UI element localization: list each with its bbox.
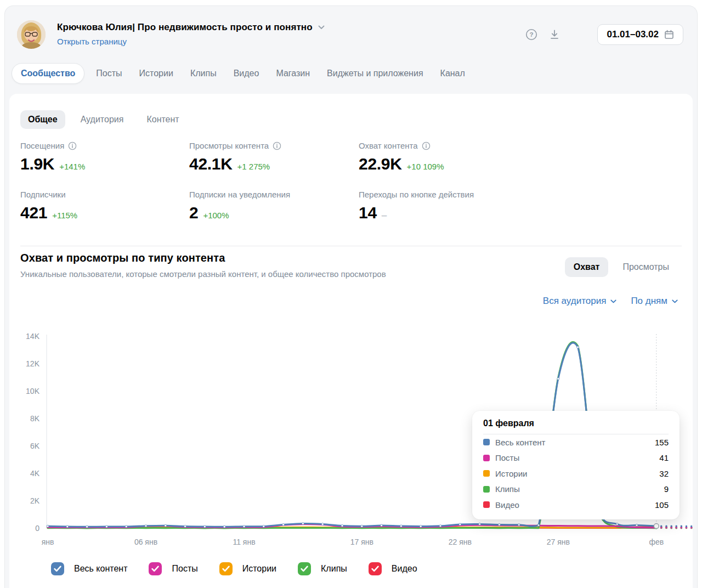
tab-community[interactable]: Сообщество: [12, 63, 84, 84]
open-page-link[interactable]: Открыть страницу: [57, 37, 127, 46]
hovered-point[interactable]: [654, 524, 659, 529]
data-point[interactable]: [616, 523, 618, 525]
data-point[interactable]: [203, 525, 206, 528]
legend-item-video[interactable]: Видео: [369, 562, 417, 575]
data-point[interactable]: [302, 523, 304, 525]
date-range-picker[interactable]: 01.01–03.02: [597, 24, 683, 45]
series-label: Весь контент: [495, 438, 649, 447]
tab-widgets-apps[interactable]: Виджеты и приложения: [321, 64, 428, 83]
toggle-views[interactable]: Просмотры: [614, 257, 678, 277]
content-card: Общее Аудитория Контент Посещения 1.9K+1…: [9, 94, 693, 588]
stat-value: 2: [189, 203, 198, 222]
community-title-row[interactable]: Крючкова Юлия| Про недвижимость просто и…: [57, 22, 325, 33]
x-axis-label: 27 янв: [547, 538, 570, 546]
x-axis-label: янв: [42, 538, 54, 546]
audience-filter-dropdown[interactable]: Вся аудитория: [543, 296, 617, 307]
data-point[interactable]: [400, 525, 402, 527]
checked-checkbox[interactable]: [369, 562, 382, 575]
data-point[interactable]: [557, 378, 559, 380]
info-icon[interactable]: [273, 142, 281, 150]
data-point[interactable]: [223, 525, 225, 528]
data-point[interactable]: [341, 525, 343, 527]
y-axis-label: 4K: [30, 469, 40, 478]
legend-item-posts[interactable]: Посты: [149, 562, 197, 575]
data-point[interactable]: [361, 525, 363, 527]
data-point[interactable]: [145, 525, 147, 527]
stat-label: Подписчики: [20, 190, 66, 199]
subtab-general[interactable]: Общее: [20, 110, 65, 129]
tab-posts[interactable]: Посты: [90, 64, 127, 83]
reach-views-toggle: Охват Просмотры: [565, 257, 678, 277]
data-point[interactable]: [66, 525, 69, 528]
section-subtitle: Уникальные пользователи, которые смотрел…: [20, 269, 386, 279]
stat-label: Охват контента: [359, 141, 418, 150]
tab-channel[interactable]: Канал: [435, 64, 471, 83]
stat-value: 421: [20, 203, 47, 222]
legend-item-stories[interactable]: Истории: [219, 562, 276, 575]
data-point[interactable]: [105, 525, 107, 528]
chart-filters: Вся аудитория По дням: [543, 296, 678, 307]
tooltip-row: Весь контент 155: [483, 434, 669, 450]
check-icon: [54, 566, 61, 572]
section-title: Охват и просмотры по типу контента: [20, 252, 225, 264]
checked-checkbox[interactable]: [149, 562, 162, 575]
data-point[interactable]: [47, 525, 49, 527]
check-icon: [151, 566, 159, 572]
data-point[interactable]: [537, 524, 540, 527]
series-value: 32: [659, 469, 669, 478]
chevron-down-icon: [672, 299, 678, 303]
avatar[interactable]: [17, 20, 46, 49]
checked-checkbox[interactable]: [51, 562, 64, 575]
data-point[interactable]: [263, 525, 265, 528]
chart-tooltip: 01 февраля Весь контент 155 Посты 41 Ист…: [472, 411, 680, 519]
tab-clips[interactable]: Клипы: [185, 64, 222, 83]
data-point[interactable]: [86, 525, 88, 528]
legend-label: Весь контент: [74, 564, 127, 574]
data-point[interactable]: [518, 524, 520, 526]
period-filter-dropdown[interactable]: По дням: [631, 296, 678, 307]
data-point[interactable]: [282, 524, 285, 526]
data-point[interactable]: [125, 525, 127, 528]
legend-item-all-content[interactable]: Весь контент: [51, 562, 127, 575]
stat-value: 42.1K: [189, 155, 233, 173]
data-point[interactable]: [479, 523, 481, 525]
checked-checkbox[interactable]: [298, 562, 311, 575]
legend-item-clips[interactable]: Клипы: [298, 562, 347, 575]
data-point[interactable]: [321, 523, 324, 525]
stat-content-views: Просмотры контента 42.1K+1 275%: [189, 141, 281, 173]
data-point[interactable]: [439, 525, 441, 527]
statistics-panel: Крючкова Юлия| Про недвижимость просто и…: [4, 5, 698, 588]
checked-checkbox[interactable]: [219, 562, 233, 575]
stat-delta: +1 275%: [237, 162, 270, 171]
data-point[interactable]: [577, 346, 579, 348]
stat-delta: –: [382, 210, 387, 221]
info-icon[interactable]: [68, 142, 77, 150]
y-axis-label: 6K: [30, 442, 40, 450]
toggle-reach[interactable]: Охват: [565, 257, 609, 277]
data-point[interactable]: [636, 524, 638, 527]
stat-value: 1.9K: [20, 155, 54, 173]
tooltip-row: Клипы 9: [483, 482, 669, 497]
data-point[interactable]: [420, 525, 422, 528]
stat-delta: +10 109%: [407, 162, 444, 171]
data-point[interactable]: [498, 524, 500, 526]
data-point[interactable]: [184, 525, 186, 528]
data-point[interactable]: [243, 525, 245, 528]
tab-video[interactable]: Видео: [228, 64, 265, 83]
subtab-audience[interactable]: Аудитория: [73, 110, 132, 129]
series-swatch: [483, 470, 490, 477]
data-point[interactable]: [459, 523, 461, 525]
tab-shop[interactable]: Магазин: [270, 64, 315, 83]
info-icon[interactable]: [422, 142, 431, 150]
series-swatch: [483, 455, 490, 461]
download-button[interactable]: [548, 28, 561, 41]
data-point[interactable]: [381, 524, 383, 527]
stat-label: Переходы по кнопке действия: [359, 190, 474, 199]
tab-stories[interactable]: Истории: [134, 64, 179, 83]
avatar-image: [17, 20, 46, 49]
x-axis-label: фев: [649, 538, 664, 546]
help-button[interactable]: ?: [525, 28, 538, 41]
question-icon: ?: [525, 29, 537, 41]
data-point[interactable]: [165, 524, 167, 527]
subtab-content[interactable]: Контент: [139, 110, 186, 129]
